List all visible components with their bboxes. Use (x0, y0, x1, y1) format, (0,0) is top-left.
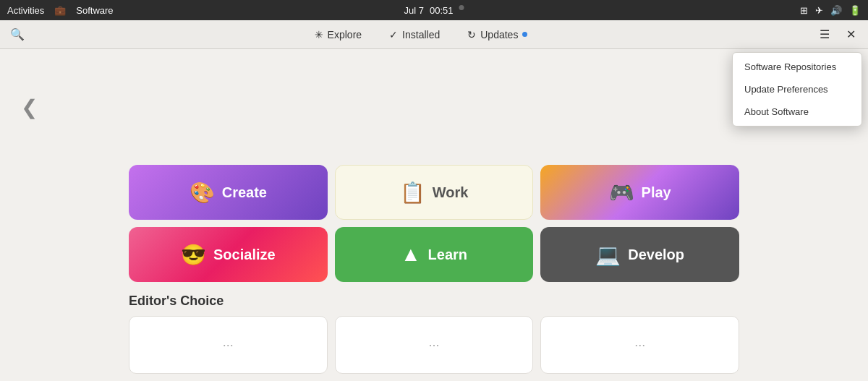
status-indicator (459, 5, 464, 10)
prev-arrow-icon: ❮ (21, 95, 38, 119)
menu-item-preferences[interactable]: Update Preferences (733, 78, 861, 100)
create-label: Create (222, 184, 267, 201)
close-icon: ✕ (846, 27, 856, 41)
category-card-develop[interactable]: 💻 Develop (540, 227, 739, 282)
navigation-tabs: ✳ Explore ✓ Installed ↻ Updates (33, 25, 809, 45)
titlebar-actions: ☰ ✕ (813, 23, 862, 46)
search-icon: 🔍 (10, 27, 25, 41)
battery-icon: 🔋 (849, 5, 861, 16)
window-titlebar: 🔍 ✳ Explore ✓ Installed ↻ Updates ☰ ✕ So… (0, 20, 868, 49)
updates-label: Updates (480, 29, 518, 40)
topbar-center: Jul 7 00:51 (404, 5, 464, 16)
updates-icon: ↻ (467, 29, 476, 40)
develop-icon: 💻 (595, 243, 621, 267)
topbar-right: ⊞ ✈ 🔊 🔋 (800, 5, 861, 16)
category-card-work[interactable]: 📋 Work (335, 165, 534, 220)
airplane-icon: ✈ (815, 5, 823, 16)
category-card-socialize[interactable]: 😎 Socialize (129, 227, 328, 282)
app-icon: 💼 (54, 5, 66, 16)
work-icon: 📋 (400, 181, 425, 205)
menu-item-about[interactable]: About Software (733, 100, 861, 123)
app-name-label: Software (76, 5, 113, 16)
menu-item-repositories[interactable]: Software Repositories (733, 56, 861, 78)
menu-button[interactable]: ☰ (813, 23, 836, 46)
learn-icon: ▲ (401, 243, 421, 266)
socialize-label: Socialize (213, 247, 276, 263)
play-icon: 🎮 (609, 181, 634, 205)
tab-installed[interactable]: ✓ Installed (376, 25, 453, 45)
category-card-create[interactable]: 🎨 Create (129, 165, 328, 220)
explore-label: Explore (328, 29, 362, 40)
tab-updates[interactable]: ↻ Updates (454, 25, 540, 45)
editors-choice-section: Editor's Choice ··· ··· ··· (0, 294, 868, 374)
develop-label: Develop (628, 247, 684, 263)
topbar-left: Activities 💼 Software (7, 5, 114, 16)
topbar-date: Jul 7 (404, 5, 423, 16)
app-cards-row: ··· ··· ··· (129, 316, 739, 374)
installed-label: Installed (402, 29, 440, 40)
play-label: Play (642, 184, 671, 201)
category-card-play[interactable]: 🎮 Play (540, 165, 739, 220)
updates-badge (522, 32, 527, 37)
search-button[interactable]: 🔍 (6, 23, 29, 46)
work-label: Work (433, 184, 469, 201)
category-grid: 🎨 Create 📋 Work 🎮 Play 😎 Socialize ▲ Lea… (0, 165, 868, 282)
activities-label[interactable]: Activities (7, 5, 44, 16)
hamburger-icon: ☰ (820, 27, 830, 41)
close-button[interactable]: ✕ (839, 23, 862, 46)
topbar-time: 00:51 (430, 5, 454, 16)
app-card-2-placeholder: ··· (428, 338, 439, 353)
system-topbar: Activities 💼 Software Jul 7 00:51 ⊞ ✈ 🔊 … (0, 0, 868, 20)
app-card-3-placeholder: ··· (634, 338, 645, 353)
app-card-1[interactable]: ··· (129, 316, 328, 374)
app-card-3[interactable]: ··· (540, 316, 739, 374)
installed-icon: ✓ (389, 29, 398, 40)
socialize-icon: 😎 (181, 243, 206, 267)
editors-choice-title: Editor's Choice (129, 294, 739, 309)
prev-arrow-button[interactable]: ❮ (14, 93, 43, 121)
tab-explore[interactable]: ✳ Explore (302, 25, 375, 45)
app-card-1-placeholder: ··· (223, 338, 234, 353)
learn-label: Learn (428, 247, 467, 263)
dropdown-menu: Software Repositories Update Preferences… (732, 52, 862, 127)
volume-icon: 🔊 (830, 5, 842, 16)
create-icon: 🎨 (190, 181, 215, 205)
category-card-learn[interactable]: ▲ Learn (335, 227, 534, 282)
explore-icon: ✳ (315, 29, 323, 40)
network-icon: ⊞ (800, 5, 808, 16)
app-card-2[interactable]: ··· (335, 316, 534, 374)
